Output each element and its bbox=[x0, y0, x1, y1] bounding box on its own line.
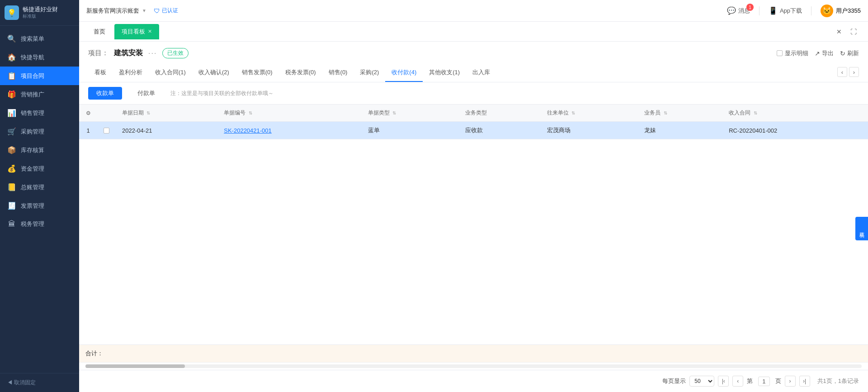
th-number[interactable]: 单据编号 ⇅ bbox=[217, 105, 361, 122]
tab-payment[interactable]: 收付款(4) bbox=[385, 64, 423, 82]
sidebar-item-contracts[interactable]: 📋 项目合同 bbox=[0, 67, 79, 85]
tab-income-contract[interactable]: 收入合同(1) bbox=[149, 64, 192, 82]
app-download-button[interactable]: 📱 App下载 bbox=[769, 6, 802, 15]
page-header: 项目： 建筑安装 ··· 已生效 显示明细 ↗ 导出 ↻ 刷新 bbox=[79, 42, 868, 82]
avatar: 🐱 bbox=[821, 5, 833, 17]
main-content: 新服务官网演示账套 ▼ 🛡 已认证 💬 消息 1 📱 App下载 🐱 用户335… bbox=[79, 0, 868, 392]
tab-bar: 首页 项目看板 ✕ ✕ ⛶ bbox=[79, 22, 868, 42]
sort-icon: ⇅ bbox=[146, 110, 150, 115]
sidebar-app-title: 畅捷通好业财 bbox=[23, 6, 58, 14]
sidebar-unpin-button[interactable]: ◀ 取消固定 bbox=[0, 373, 79, 392]
sidebar-item-label: 总账管理 bbox=[21, 183, 44, 191]
table-scrollbar-thumb[interactable] bbox=[85, 364, 185, 368]
row-partner: 宏茂商场 bbox=[541, 122, 638, 139]
th-type[interactable]: 单据类型 ⇅ bbox=[362, 105, 459, 122]
th-settings[interactable]: ⚙ bbox=[79, 105, 97, 122]
row-checkbox-cell[interactable] bbox=[97, 122, 116, 139]
topbar: 新服务官网演示账套 ▼ 🛡 已认证 💬 消息 1 📱 App下载 🐱 用户335… bbox=[79, 0, 868, 22]
tab-other-expense[interactable]: 其他收支(1) bbox=[423, 64, 466, 82]
row-income-contract: RC-20220401-002 bbox=[722, 122, 868, 139]
user-menu[interactable]: 🐱 用户3355 bbox=[821, 5, 861, 17]
th-salesman[interactable]: 业务员 ⇅ bbox=[638, 105, 722, 122]
tax-icon: 🏛 bbox=[7, 220, 16, 228]
sidebar-item-search[interactable]: 🔍 搜索菜单 bbox=[0, 29, 79, 48]
tab-home[interactable]: 首页 bbox=[86, 24, 113, 39]
tab-sales[interactable]: 销售(0) bbox=[322, 64, 354, 82]
sidebar-item-inventory[interactable]: 📦 库存核算 bbox=[0, 141, 79, 159]
row-index: 1 bbox=[79, 122, 97, 139]
sidebar-item-label: 项目合同 bbox=[21, 72, 44, 80]
tab-purchase[interactable]: 采购(2) bbox=[354, 64, 385, 82]
sidebar-item-funds[interactable]: 💰 资金管理 bbox=[0, 159, 79, 178]
sort-icon: ⇅ bbox=[571, 110, 575, 115]
sidebar-item-sales[interactable]: 📊 销售管理 bbox=[0, 104, 79, 122]
table-wrapper[interactable]: ⚙ 单据日期 ⇅ 单据编号 ⇅ 单据类型 bbox=[79, 105, 868, 344]
sidebar-item-quicknav[interactable]: 🏠 快捷导航 bbox=[0, 48, 79, 67]
prev-page-button[interactable]: ‹ bbox=[732, 376, 743, 387]
sidebar-item-ledger[interactable]: 📒 总账管理 bbox=[0, 178, 79, 196]
per-page-select[interactable]: 50 100 200 bbox=[689, 376, 714, 387]
messages-badge: 1 bbox=[746, 4, 754, 11]
close-window-button[interactable]: ✕ bbox=[834, 26, 844, 37]
tab-sales-invoice[interactable]: 销售发票(0) bbox=[236, 64, 279, 82]
sidebar-item-purchase[interactable]: 🛒 采购管理 bbox=[0, 122, 79, 141]
page-title-prefix: 项目： bbox=[88, 49, 108, 57]
shield-icon: 🛡 bbox=[154, 7, 160, 14]
tabs-next-button[interactable]: › bbox=[849, 67, 859, 77]
sidebar-item-invoices[interactable]: 🧾 发票管理 bbox=[0, 196, 79, 215]
export-button[interactable]: ↗ 导出 bbox=[815, 49, 834, 57]
tab-project-board[interactable]: 项目看板 ✕ bbox=[114, 24, 159, 39]
search-icon: 🔍 bbox=[7, 34, 16, 43]
th-date[interactable]: 单据日期 ⇅ bbox=[116, 105, 217, 122]
maximize-window-button[interactable]: ⛶ bbox=[848, 26, 859, 37]
first-page-button[interactable]: |‹ bbox=[718, 376, 729, 387]
page-label: 第 bbox=[747, 377, 753, 385]
sub-tab-payment[interactable]: 付款单 bbox=[129, 87, 163, 100]
show-detail-checkbox[interactable]: 显示明细 bbox=[777, 49, 808, 57]
sidebar-item-marketing[interactable]: 🎁 营销推广 bbox=[0, 85, 79, 104]
tab-home-label: 首页 bbox=[94, 28, 105, 36]
account-name: 新服务官网演示账套 bbox=[86, 7, 139, 15]
th-income-contract[interactable]: 收入合同 ⇅ bbox=[722, 105, 868, 122]
table-footer: 合计： bbox=[79, 344, 868, 362]
messages-button[interactable]: 💬 消息 1 bbox=[727, 6, 750, 15]
row-number[interactable]: SK-20220421-001 bbox=[217, 122, 361, 139]
sidebar-item-label: 销售管理 bbox=[21, 109, 44, 117]
tab-kanban[interactable]: 看板 bbox=[88, 64, 113, 82]
verified-badge: 🛡 已认证 bbox=[154, 7, 178, 14]
sub-tab-receipt[interactable]: 收款单 bbox=[88, 87, 122, 100]
app-download-label: App下载 bbox=[780, 7, 802, 15]
total-label: 共1页，1条记录 bbox=[817, 377, 859, 385]
sidebar: 💡 畅捷通好业财 标准版 🔍 搜索菜单 🏠 快捷导航 📋 项目合同 🎁 营销推广… bbox=[0, 0, 79, 392]
sidebar-item-label: 搜索菜单 bbox=[21, 35, 44, 43]
refresh-button[interactable]: ↻ 刷新 bbox=[840, 49, 859, 57]
tab-tax-invoice[interactable]: 税务发票(0) bbox=[279, 64, 322, 82]
topbar-divider2 bbox=[811, 6, 811, 15]
tab-inout[interactable]: 出入库 bbox=[466, 64, 496, 82]
tab-profit[interactable]: 盈利分析 bbox=[113, 64, 149, 82]
table-scrollbar-track[interactable] bbox=[85, 364, 862, 368]
floating-draft-button[interactable]: 草稿 bbox=[855, 217, 868, 240]
ledger-icon: 📒 bbox=[7, 183, 16, 191]
page-tabs-nav: ‹ › bbox=[837, 67, 859, 79]
close-icon[interactable]: ✕ bbox=[148, 29, 152, 34]
sidebar-item-label: 快捷导航 bbox=[21, 53, 44, 62]
account-selector[interactable]: 新服务官网演示账套 ▼ bbox=[86, 7, 146, 15]
sub-tabs: 收款单 付款单 注：这里是与项目关联的全部收付款单哦～ bbox=[79, 82, 868, 105]
th-partner[interactable]: 往来单位 ⇅ bbox=[541, 105, 638, 122]
data-table: ⚙ 单据日期 ⇅ 单据编号 ⇅ 单据类型 bbox=[79, 105, 868, 139]
row-checkbox[interactable] bbox=[104, 128, 109, 134]
chevron-down-icon: ▼ bbox=[142, 8, 146, 13]
tab-income-confirm[interactable]: 收入确认(2) bbox=[192, 64, 236, 82]
checkbox-icon bbox=[777, 50, 783, 56]
more-options-button[interactable]: ··· bbox=[148, 49, 157, 57]
last-page-button[interactable]: ›| bbox=[799, 376, 810, 387]
export-icon: ↗ bbox=[815, 50, 820, 57]
row-salesman: 龙妹 bbox=[638, 122, 722, 139]
funds-icon: 💰 bbox=[7, 164, 16, 173]
table-row[interactable]: 1 2022-04-21 SK-20220421-001 蓝单 应收款 宏茂商场 bbox=[79, 122, 868, 139]
tabs-prev-button[interactable]: ‹ bbox=[837, 67, 847, 77]
next-page-button[interactable]: › bbox=[785, 376, 796, 387]
sidebar-item-tax[interactable]: 🏛 税务管理 bbox=[0, 215, 79, 233]
inventory-icon: 📦 bbox=[7, 146, 16, 154]
